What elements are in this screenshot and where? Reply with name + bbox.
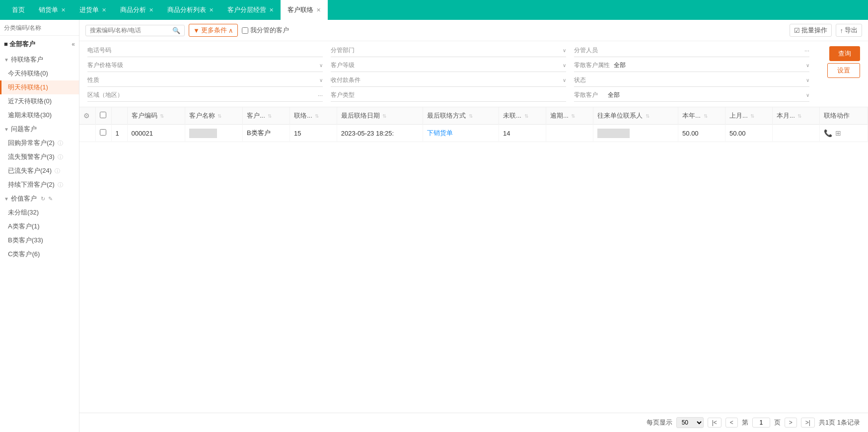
filter-actions: 查询 设置 [825,46,860,102]
sidebar-item-today-contact[interactable]: 今天待联络(0) [0,67,79,80]
sidebar-item-ungrouped[interactable]: 未分组(32) [0,206,79,219]
nav-sales-order-close[interactable]: ✕ [61,7,66,13]
filter-retail-attr-value: 全部 [614,61,804,70]
next-page-btn[interactable]: > [785,418,797,428]
content-area: 🔍 ▼ 更多条件 ∧ 我分管的客户 ☑ 批量操作 ↑ 导出 [79,20,868,432]
export-btn[interactable]: ↑ 导出 [836,24,863,37]
filter-payment: 收付款条件 ∨ [331,76,566,87]
my-customers-checkbox[interactable] [242,27,248,34]
nav-sales-order-label: 销货单 [39,5,58,14]
price-level-dropdown-icon[interactable]: ∨ [319,63,323,68]
nav-product-analysis-close[interactable]: ✕ [149,7,153,13]
filter-row-1: 电话号码 分管部门 ∨ 分管人员 ··· [87,46,817,57]
nav-product-analysis[interactable]: 商品分析 ✕ [113,0,160,20]
last-contact-method-link[interactable]: 下销货单 [427,129,453,137]
status-dropdown-icon[interactable]: ∨ [806,77,809,83]
group-problem-customers[interactable]: ▼ 问题客户 [0,122,79,136]
sidebar-item-overdue-contact[interactable]: 逾期未联络(30) [0,108,79,122]
sort-overdue-icon[interactable]: ⇅ [571,113,575,119]
grid-action-icon[interactable]: ⊞ [835,129,841,137]
payment-dropdown-icon[interactable]: ∨ [563,77,566,83]
nav-purchase-order-close[interactable]: ✕ [102,7,106,13]
sidebar-item-churn-warning[interactable]: 流失预警客户(3) ⓘ [0,150,79,164]
nav-customer-contact-close[interactable]: ✕ [316,7,321,13]
top-nav: 首页 销货单 ✕ 进货单 ✕ 商品分析 ✕ 商品分析列表 ✕ 客户分层经营 ✕ … [0,0,868,20]
row-code: 000021 [127,125,185,142]
sidebar-item-repurchase-abnormal[interactable]: 回购异常客户(2) ⓘ [0,136,79,150]
sidebar-item-class-a[interactable]: A类客户(1) [0,219,79,233]
refresh-icon[interactable]: ↻ [41,196,45,202]
row-type: B类客户 [243,125,290,142]
table-header-row: ⚙ 客户编码 ⇅ 客户名称 ⇅ [79,107,868,125]
last-page-btn[interactable]: >| [801,418,815,428]
group-pending-contact[interactable]: ▼ 待联络客户 [0,53,79,67]
page-size-select[interactable]: 50 100 [676,417,704,428]
page-input[interactable] [752,418,770,428]
region-dots-icon[interactable]: ··· [318,92,323,99]
collapse-sidebar-icon[interactable]: « [72,41,75,48]
nav-customer-segmentation[interactable]: 客户分层经营 ✕ [220,0,281,20]
sidebar-item-overdue-label: 逾期未联络(30) [8,111,52,120]
sidebar-item-class-c-label: C类客户(6) [8,250,40,259]
group-pending-arrow: ▼ [4,57,9,63]
set-button[interactable]: 设置 [827,63,860,78]
manager-dots-icon[interactable]: ··· [804,47,809,54]
nav-product-analysis-list[interactable]: 商品分析列表 ✕ [160,0,220,20]
sort-last-month-icon[interactable]: ⇅ [750,113,754,119]
sidebar-item-declining[interactable]: 持续下滑客户(2) ⓘ [0,178,79,192]
sidebar-search-input[interactable] [4,24,78,31]
sidebar-item-ungrouped-label: 未分组(32) [8,208,39,217]
gear-settings-icon[interactable]: ⚙ [83,112,90,120]
retail-attr-dropdown-icon[interactable]: ∨ [806,63,809,68]
filter-retail-customer: 零散客户 全部 ∨ [574,91,809,102]
info-icon-3: ⓘ [55,167,60,175]
sort-this-month-icon[interactable]: ⇅ [797,113,801,119]
first-page-btn[interactable]: |< [708,418,722,428]
sort-name-icon[interactable]: ⇅ [217,113,221,119]
dept-dropdown-icon[interactable]: ∨ [563,48,566,53]
nav-product-analysis-list-close[interactable]: ✕ [209,7,214,13]
nature-dropdown-icon[interactable]: ∨ [319,77,323,83]
sort-contact-icon[interactable]: ⇅ [315,113,319,119]
sort-year-icon[interactable]: ⇅ [704,113,708,119]
retail-customer-dropdown-icon[interactable]: ∨ [806,92,809,98]
filter-row-2: 客户价格等级 ∨ 客户等级 ∨ 零散客户属性 全部 ∨ [87,61,817,72]
sidebar-item-class-b[interactable]: B类客户(33) [0,233,79,247]
edit-value-icon[interactable]: ✎ [48,196,53,202]
query-button[interactable]: 查询 [829,46,860,61]
nav-customer-contact[interactable]: 客户联络 ✕ [281,0,328,20]
sidebar-item-7days-contact[interactable]: 近7天待联络(0) [0,94,79,108]
sort-no-contact-icon[interactable]: ⇅ [524,113,528,119]
sidebar-item-class-c[interactable]: C类客户(6) [0,247,79,261]
sort-date-icon[interactable]: ⇅ [382,113,386,119]
group-value-customers[interactable]: ▼ 价值客户 ↻ ✎ [0,192,79,206]
nav-home[interactable]: 首页 [5,0,32,20]
phone-action-icon[interactable]: 📞 [824,129,832,137]
customer-level-dropdown-icon[interactable]: ∨ [563,63,566,68]
row-name: Ea [185,125,242,142]
sort-code-icon[interactable]: ⇅ [160,113,164,119]
more-conditions-btn[interactable]: ▼ 更多条件 ∧ [189,24,238,37]
chevron-up-icon: ∧ [228,27,233,34]
total-records-label: 共1页 1条记录 [819,418,860,427]
nav-purchase-order[interactable]: 进货单 ✕ [72,0,113,20]
col-action-label: 联络动作 [824,112,850,119]
batch-operation-btn[interactable]: ☑ 批量操作 [790,24,832,37]
sort-type-icon[interactable]: ⇅ [268,113,272,119]
filter-status-label: 状态 [574,76,604,84]
nav-sales-order[interactable]: 销货单 ✕ [32,0,72,20]
nav-customer-segmentation-close[interactable]: ✕ [269,7,274,13]
sort-person-icon[interactable]: ⇅ [646,113,650,119]
row-select-checkbox[interactable] [100,129,106,136]
all-customers-header[interactable]: ■ 全部客户 « [0,36,79,53]
sidebar-item-tomorrow-contact[interactable]: 明天待联络(1) [0,80,79,94]
info-icon-4: ⓘ [58,181,63,189]
select-all-checkbox[interactable] [100,112,106,118]
main-search-input[interactable] [90,27,170,34]
filter-phone-label: 电话号码 [87,46,117,55]
sidebar-item-churned[interactable]: 已流失客户(24) ⓘ [0,164,79,178]
action-icons-container: 📞 ⊞ [824,129,864,137]
sort-method-icon[interactable]: ⇅ [469,113,473,119]
search-icon[interactable]: 🔍 [172,27,180,34]
prev-page-btn[interactable]: < [725,418,738,428]
